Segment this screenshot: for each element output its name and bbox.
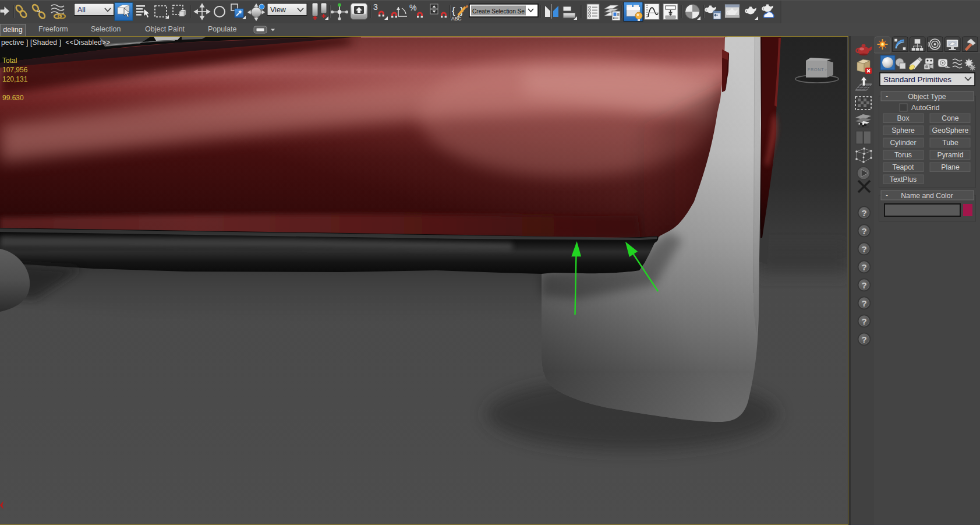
svg-text:3: 3	[373, 2, 378, 12]
svg-text:FRONT: FRONT	[808, 67, 824, 72]
svg-text:Torus: Torus	[894, 151, 912, 159]
svg-text:Standard Primitives: Standard Primitives	[883, 75, 951, 84]
svg-text:Cylinder: Cylinder	[890, 139, 916, 147]
svg-text:All: All	[77, 6, 86, 14]
svg-text:{: {	[452, 5, 455, 16]
svg-text:Name and Color: Name and Color	[901, 192, 953, 200]
svg-text:Cone: Cone	[942, 114, 959, 122]
svg-text:TextPlus: TextPlus	[890, 175, 917, 184]
svg-text:Teapot: Teapot	[893, 163, 915, 171]
svg-text:Object Type: Object Type	[908, 93, 946, 101]
svg-text:AutoGrid: AutoGrid	[911, 104, 940, 112]
svg-text:-: -	[886, 191, 888, 199]
svg-text:View: View	[270, 6, 286, 14]
svg-text:Plane: Plane	[941, 163, 960, 171]
svg-text:%: %	[409, 3, 416, 12]
svg-text:Tube: Tube	[942, 139, 958, 147]
svg-text:Pyramid: Pyramid	[937, 151, 963, 159]
svg-text:Sphere: Sphere	[891, 126, 915, 135]
svg-text:GeoSphere: GeoSphere	[932, 126, 969, 135]
svg-text:Box: Box	[897, 114, 910, 122]
svg-text:?: ?	[861, 208, 866, 218]
svg-text:-: -	[886, 92, 888, 100]
svg-text:Create Selection Se: Create Selection Se	[472, 7, 525, 15]
